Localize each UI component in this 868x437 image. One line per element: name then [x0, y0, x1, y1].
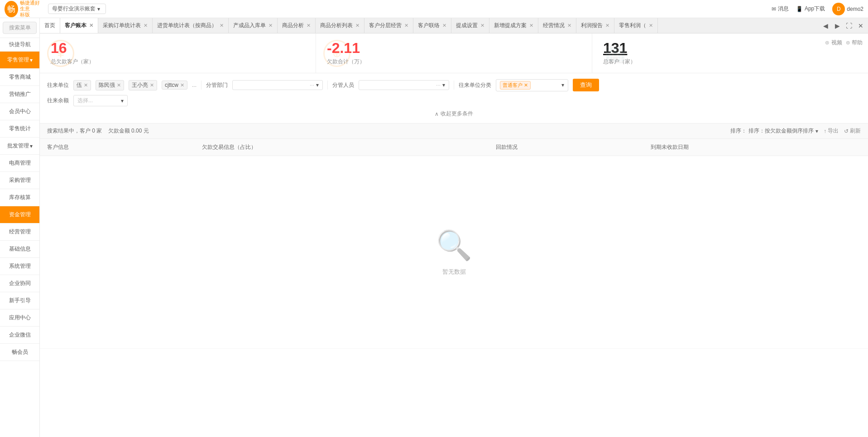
tab-home[interactable]: 首页	[40, 18, 60, 33]
app-download-btn[interactable]: 📱 App下载	[796, 5, 825, 13]
tab-purchase-order-stats[interactable]: 采购订单统计表 ✕	[98, 18, 153, 33]
sidebar-item-operation-mgmt[interactable]: 经营管理	[0, 223, 39, 241]
close-tab-retail-profit[interactable]: ✕	[649, 23, 653, 28]
stat-card-customers: ¥ 16 总欠款客户（家）	[40, 33, 316, 73]
sidebar-item-new-guide[interactable]: 新手引导	[0, 292, 39, 309]
sidebar-item-inventory[interactable]: 库存核算	[0, 189, 39, 206]
tab-product-analysis-list[interactable]: 商品分析列表 ✕	[316, 18, 364, 33]
tab-bar-scroll: 首页 客户账本 ✕ 采购订单统计表 ✕ 进货单统计表（按商品） ✕ 产成品入库单…	[40, 18, 820, 33]
remove-category[interactable]: ✕	[524, 82, 528, 88]
close-tab-inbound-stats[interactable]: ✕	[220, 23, 224, 28]
sidebar-item-enterprise-wechat[interactable]: 企业微信	[0, 327, 39, 344]
help-link[interactable]: ⊙ 帮助	[846, 39, 863, 47]
industry-selector[interactable]: 母婴行业演示账套 ▾	[48, 4, 106, 14]
sidebar-item-basic-info[interactable]: 基础信息	[0, 241, 39, 258]
balance-select[interactable]: 选择... ▾	[73, 95, 128, 106]
tab-customer-contact[interactable]: 客户联络 ✕	[413, 18, 451, 33]
message-icon: ✉	[772, 6, 776, 12]
query-button[interactable]: 查询	[573, 79, 599, 91]
quick-nav-btn[interactable]: 快捷导航	[0, 38, 39, 52]
dept-chevron: ▾	[316, 82, 319, 88]
close-tab-product-analysis[interactable]: ✕	[307, 23, 311, 28]
sort-control[interactable]: 排序： 排序：按欠款金额倒序排序 ▾	[730, 127, 818, 135]
download-icon: 📱	[796, 6, 803, 12]
sidebar-item-wholesale-mgmt[interactable]: 批发管理 ▾	[0, 138, 39, 155]
sidebar-item-marketing[interactable]: 营销推广	[0, 86, 39, 103]
tab-product-analysis[interactable]: 商品分析 ✕	[278, 18, 316, 33]
avatar: D	[832, 3, 845, 15]
collapse-btn[interactable]: ∧ 收起更多条件	[47, 110, 861, 118]
tab-retail-profit[interactable]: 零售利润（ ✕	[614, 18, 658, 33]
right-panel: 首页 客户账本 ✕ 采购订单统计表 ✕ 进货单统计表（按商品） ✕ 产成品入库单…	[40, 18, 868, 437]
chevron-down-icon: ▾	[97, 6, 100, 12]
search-menu-btn[interactable]: 搜索菜单	[3, 22, 37, 34]
empty-icon: 🔍	[436, 228, 472, 262]
sidebar-item-system-mgmt[interactable]: 系统管理	[0, 258, 39, 275]
filter-tag-unit-4: cjttcw ✕	[162, 81, 187, 90]
filter-divider-1	[201, 81, 201, 90]
sidebar-item-member-vip[interactable]: 畅会员	[0, 344, 39, 361]
dept-select[interactable]: ··· ▾	[232, 80, 323, 90]
remove-tag-3[interactable]: ✕	[150, 82, 154, 88]
close-tab-purchase-order-stats[interactable]: ✕	[144, 23, 148, 28]
sidebar-item-retail-mall[interactable]: 零售商城	[0, 69, 39, 86]
refresh-icon: ↺	[844, 128, 849, 134]
empty-state: 🔍 暂无数据	[40, 192, 868, 312]
category-select[interactable]: 普通客户 ✕ ▾	[496, 79, 568, 91]
sidebar-item-member-center[interactable]: 会员中心	[0, 103, 39, 120]
person-label: 分管人员	[332, 81, 354, 89]
sidebar-item-enterprise-collab[interactable]: 企业协同	[0, 275, 39, 292]
stat-customers-label: 总欠款客户（家）	[51, 58, 305, 66]
export-btn[interactable]: ↑ 导出	[824, 127, 839, 135]
tab-customer-tier[interactable]: 客户分层经营 ✕	[364, 18, 413, 33]
remove-tag-4[interactable]: ✕	[180, 82, 184, 88]
close-tab-profit-report[interactable]: ✕	[605, 23, 609, 28]
filter-row-2: 往来余额 选择... ▾	[47, 95, 861, 106]
tab-profit-report[interactable]: 利润报告 ✕	[576, 18, 614, 33]
person-select[interactable]: ··· ▾	[359, 80, 449, 90]
dept-label: 分管部门	[206, 81, 228, 89]
close-tab-product-analysis-list[interactable]: ✕	[355, 23, 360, 28]
balance-chevron: ▾	[121, 98, 124, 104]
content-area: ¥ 16 总欠款客户（家） ⊕ -2.11 欠款合计（万）	[40, 33, 868, 437]
tab-product-inbound[interactable]: 产成品入库单 ✕	[229, 18, 278, 33]
sidebar-item-retail-stats[interactable]: 零售统计	[0, 120, 39, 138]
close-tab-customer-contact[interactable]: ✕	[442, 23, 446, 28]
video-link[interactable]: ⊙ 视频	[825, 39, 842, 47]
message-btn[interactable]: ✉ 消息	[772, 5, 789, 13]
empty-state-cell: 🔍 暂无数据	[40, 156, 868, 349]
sort-label-text: 排序：	[730, 127, 747, 135]
tab-scroll-left[interactable]: ◀	[820, 20, 831, 31]
tab-customer-account[interactable]: 客户账本 ✕	[60, 18, 98, 33]
tab-new-commission-plan[interactable]: 新增提成方案 ✕	[489, 18, 538, 33]
remove-tag-2[interactable]: ✕	[117, 82, 121, 88]
col-due-date: 到期未收款日期	[643, 139, 868, 156]
sidebar-search: 搜索菜单	[0, 18, 39, 38]
category-tag: 普通客户 ✕	[500, 81, 531, 90]
refresh-btn[interactable]: ↺ 刷新	[844, 127, 861, 135]
tab-inbound-stats[interactable]: 进货单统计表（按商品） ✕	[153, 18, 229, 33]
tab-business-status[interactable]: 经营情况 ✕	[538, 18, 576, 33]
sidebar-item-retail-mgmt[interactable]: 零售管理 ▾	[0, 52, 39, 69]
tab-close-all[interactable]: ✕	[855, 20, 866, 31]
close-tab-customer-tier[interactable]: ✕	[404, 23, 408, 28]
sidebar-item-capital-mgmt[interactable]: 资金管理	[0, 206, 39, 223]
close-tab-business-status[interactable]: ✕	[567, 23, 571, 28]
tab-scroll-right[interactable]: ▶	[832, 20, 843, 31]
logo-area: 畅 畅捷通好生意 标版	[5, 0, 44, 18]
close-tab-product-inbound[interactable]: ✕	[269, 23, 273, 28]
remove-tag-1[interactable]: ✕	[84, 82, 88, 88]
unit-label: 往来单位	[47, 81, 69, 89]
tab-commission-settings[interactable]: 提成设置 ✕	[451, 18, 489, 33]
sidebar-item-app-center[interactable]: 应用中心	[0, 309, 39, 327]
col-customer-info: 客户信息	[40, 139, 195, 156]
tab-fullscreen[interactable]: ⛶	[844, 20, 854, 31]
filter-tag-unit-2: 陈民强 ✕	[96, 80, 124, 90]
sidebar-item-purchase-mgmt[interactable]: 采购管理	[0, 172, 39, 189]
user-menu[interactable]: D demo2	[832, 3, 863, 15]
close-tab-commission-settings[interactable]: ✕	[480, 23, 484, 28]
filter-more-btn[interactable]: ...	[192, 82, 197, 88]
close-tab-new-commission-plan[interactable]: ✕	[529, 23, 533, 28]
close-tab-customer-account[interactable]: ✕	[89, 23, 93, 28]
sidebar-item-ecommerce-mgmt[interactable]: 电商管理	[0, 155, 39, 172]
